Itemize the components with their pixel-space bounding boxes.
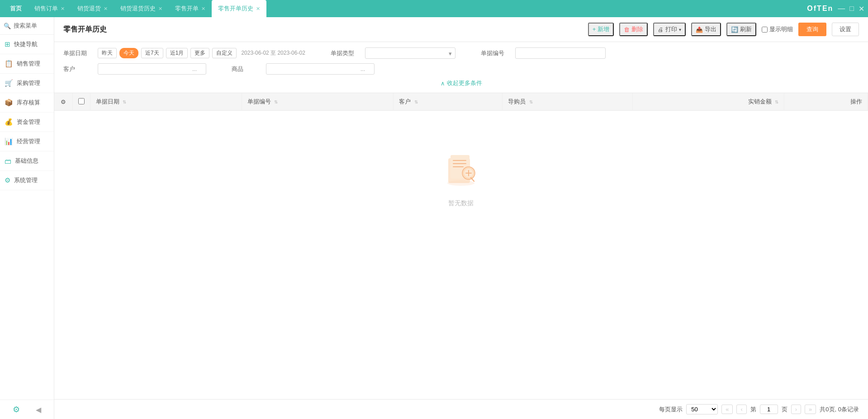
sidebar-item-sys-mgmt[interactable]: ⚙ 系统管理 <box>0 171 54 190</box>
th-doc-date-label: 单据日期 <box>96 98 119 105</box>
export-icon: 📤 <box>696 26 703 33</box>
doc-no-input[interactable] <box>515 47 606 59</box>
sidebar-settings-icon[interactable]: ⚙ <box>13 405 20 414</box>
sidebar-item-inventory[interactable]: 📦 库存核算 <box>0 93 54 113</box>
sidebar-search[interactable]: 🔍 搜索菜单 <box>0 17 54 35</box>
doc-type-select[interactable] <box>365 47 455 59</box>
print-icon: 🖨 <box>658 26 664 33</box>
goods-input[interactable] <box>270 66 360 72</box>
goods-ellipsis-icon[interactable]: ... <box>360 66 365 72</box>
th-actions: 操作 <box>784 93 868 111</box>
customer-ellipsis-icon[interactable]: ... <box>192 66 197 72</box>
tab-sales-return-history-close[interactable]: ✕ <box>158 6 162 12</box>
print-label: 打印 <box>665 25 677 33</box>
tab-retail-open-history[interactable]: 零售开单历史 ✕ <box>212 0 266 17</box>
show-detail-checkbox-wrap[interactable]: 显示明细 <box>762 25 793 33</box>
window-minimize-icon[interactable]: — <box>838 5 845 13</box>
date-filter-buttons: 昨天 今天 近7天 近1月 更多 自定义 2023-06-02 至 2023-0… <box>98 48 305 58</box>
sidebar-item-finance[interactable]: 💰 资金管理 <box>0 113 54 132</box>
table-wrapper: ⚙ 单据日期 ⇅ 单据编号 ⇅ <box>54 93 868 399</box>
tab-home-label: 首页 <box>10 5 22 13</box>
sidebar-item-sales-mgmt[interactable]: 📋 销售管理 <box>0 54 54 74</box>
page-number-input[interactable] <box>760 405 778 414</box>
goods-filter-label: 商品 <box>232 65 259 73</box>
tab-sales-return[interactable]: 销货退货 ✕ <box>71 0 114 17</box>
sidebar-item-purchase-mgmt-label: 采购管理 <box>17 79 40 87</box>
th-customer: 客户 ⇅ <box>393 93 502 111</box>
main-layout: 🔍 搜索菜单 ⊞ 快捷导航 📋 销售管理 🛒 采购管理 📦 库存核算 💰 资金管… <box>0 17 868 419</box>
sidebar-search-label: 搜索菜单 <box>14 22 37 30</box>
customer-filter-label: 客户 <box>63 65 90 73</box>
last-page-button[interactable]: » <box>805 405 816 414</box>
select-all-checkbox[interactable] <box>78 98 85 104</box>
tab-sales-return-label: 销货退货 <box>77 5 101 13</box>
tab-retail-open[interactable]: 零售开单 ✕ <box>169 0 212 17</box>
customer-sort-icon[interactable]: ⇅ <box>414 99 418 104</box>
doc-no-sort-icon[interactable]: ⇅ <box>274 99 278 104</box>
amount-sort-icon[interactable]: ⇅ <box>775 99 778 104</box>
export-button[interactable]: 📤 导出 <box>691 23 721 36</box>
th-settings[interactable]: ⚙ <box>54 93 72 111</box>
sidebar-item-quick-nav[interactable]: ⊞ 快捷导航 <box>0 35 54 54</box>
th-checkbox[interactable] <box>72 93 90 111</box>
window-close-icon[interactable]: ✕ <box>859 5 864 13</box>
doc-type-select-wrap <box>365 47 455 59</box>
tab-retail-open-history-close[interactable]: ✕ <box>256 6 260 12</box>
delete-button[interactable]: 🗑 删除 <box>619 23 648 36</box>
filter-row-2: 客户 ... 商品 ... <box>63 63 859 75</box>
top-right-area: OfTEn — □ ✕ <box>807 5 864 13</box>
first-page-button[interactable]: « <box>721 405 733 414</box>
table-body: 暂无数据 <box>54 111 868 244</box>
collapse-label: 收起更多条件 <box>447 79 482 87</box>
finance-icon: 💰 <box>5 118 13 126</box>
tab-sales-order[interactable]: 销售订单 ✕ <box>28 0 71 17</box>
date-today-btn[interactable]: 今天 <box>119 48 138 58</box>
sidebar-item-purchase-mgmt[interactable]: 🛒 采购管理 <box>0 74 54 93</box>
settings-button[interactable]: 设置 <box>832 23 859 36</box>
sidebar-item-basic-info[interactable]: 🗃 基础信息 <box>0 151 54 171</box>
data-table: ⚙ 单据日期 ⇅ 单据编号 ⇅ <box>54 93 868 244</box>
date-1month-btn[interactable]: 近1月 <box>166 48 188 58</box>
salesperson-sort-icon[interactable]: ⇅ <box>529 99 533 104</box>
sidebar-collapse-icon[interactable]: ◀ <box>36 405 41 414</box>
tab-bar: 首页 销售订单 ✕ 销货退货 ✕ 销货退货历史 ✕ 零售开单 ✕ 零售开单历史 … <box>0 0 868 17</box>
date-yesterday-btn[interactable]: 昨天 <box>98 48 117 58</box>
date-7days-btn[interactable]: 近7天 <box>141 48 163 58</box>
doc-date-sort-icon[interactable]: ⇅ <box>123 99 126 104</box>
export-label: 导出 <box>705 25 716 33</box>
tab-sales-order-close[interactable]: ✕ <box>61 6 65 12</box>
table-settings-icon[interactable]: ⚙ <box>61 99 66 105</box>
next-page-button[interactable]: › <box>791 405 801 414</box>
date-more-btn[interactable]: 更多 <box>190 48 209 58</box>
sidebar-item-operations[interactable]: 📊 经营管理 <box>0 132 54 151</box>
show-detail-checkbox[interactable] <box>762 27 768 33</box>
doc-type-filter-label: 单据类型 <box>331 49 358 57</box>
tab-sales-return-close[interactable]: ✕ <box>104 6 108 12</box>
query-button[interactable]: 查询 <box>798 23 826 36</box>
refresh-icon: 🔄 <box>731 26 738 33</box>
empty-illustration <box>438 147 484 192</box>
tab-home[interactable]: 首页 <box>4 0 28 17</box>
prev-page-button[interactable]: ‹ <box>736 405 746 414</box>
print-arrow-icon: ▾ <box>679 27 681 32</box>
print-button[interactable]: 🖨 打印 ▾ <box>653 23 686 36</box>
tab-sales-order-label: 销售订单 <box>34 5 58 13</box>
filter-row-1: 单据日期 昨天 今天 近7天 近1月 更多 自定义 2023-06-02 至 2… <box>63 47 859 59</box>
date-custom-btn[interactable]: 自定义 <box>212 48 237 58</box>
collapse-button[interactable]: ∧ 收起更多条件 <box>441 79 482 87</box>
sys-mgmt-icon: ⚙ <box>5 176 10 184</box>
filter-area: 单据日期 昨天 今天 近7天 近1月 更多 自定义 2023-06-02 至 2… <box>54 42 868 93</box>
quick-nav-icon: ⊞ <box>5 40 10 48</box>
customer-input[interactable] <box>102 66 192 72</box>
tab-retail-open-close[interactable]: ✕ <box>201 6 205 12</box>
refresh-button[interactable]: 🔄 刷新 <box>726 23 756 36</box>
page-size-select[interactable]: 10 20 50 100 <box>686 404 718 414</box>
th-doc-no: 单据编号 ⇅ <box>242 93 393 111</box>
page-header: 零售开单历史 + 新增 🗑 删除 🖨 打印 ▾ 📤 导出 🔄 <box>54 17 868 42</box>
tab-sales-return-history[interactable]: 销货退货历史 ✕ <box>114 0 169 17</box>
add-button[interactable]: + 新增 <box>588 23 614 36</box>
sidebar: 🔍 搜索菜单 ⊞ 快捷导航 📋 销售管理 🛒 采购管理 📦 库存核算 💰 资金管… <box>0 17 54 419</box>
sidebar-item-quick-nav-label: 快捷导航 <box>14 40 38 48</box>
empty-text: 暂无数据 <box>448 199 474 207</box>
window-maximize-icon[interactable]: □ <box>849 5 854 13</box>
